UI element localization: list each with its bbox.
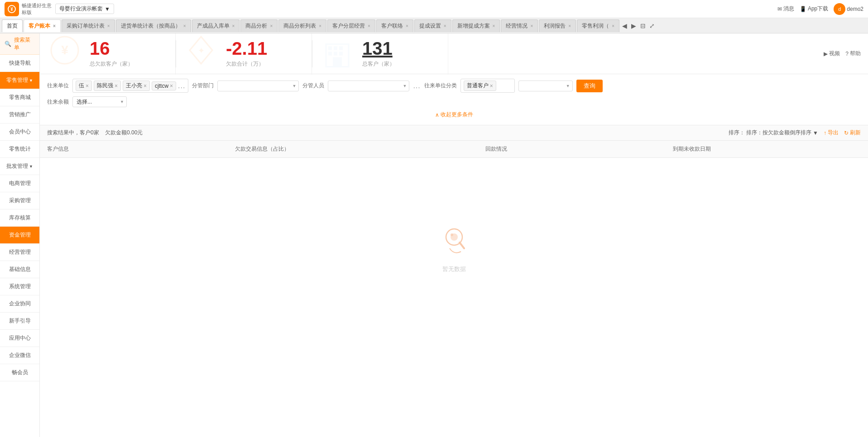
sidebar-item-operations[interactable]: 经营管理 xyxy=(0,244,39,261)
sidebar-item-purchase[interactable]: 采购管理 xyxy=(0,192,39,209)
balance-select[interactable]: 选择... xyxy=(72,96,127,107)
tab-product-analysis-close[interactable]: × xyxy=(270,24,273,28)
sidebar-item-retail-stats[interactable]: 零售统计 xyxy=(0,141,39,158)
sidebar-item-batch[interactable]: 批发管理 ▼ xyxy=(0,158,39,175)
sidebar-item-member2[interactable]: 畅会员 xyxy=(0,364,39,381)
sidebar-item-enterprise-coop[interactable]: 企业协同 xyxy=(0,295,39,313)
sidebar-item-new-guide[interactable]: 新手引导 xyxy=(0,313,39,330)
tab-inbound-stats-close[interactable]: × xyxy=(183,24,186,28)
tab-product-analysis-list-close[interactable]: × xyxy=(319,24,321,28)
tab-operations[interactable]: 经营情况 × xyxy=(501,19,538,32)
sidebar-item-marketing[interactable]: 营销推广 xyxy=(0,106,39,124)
svg-rect-10 xyxy=(328,52,332,55)
sidebar-item-retail[interactable]: 零售管理 ▼ xyxy=(0,72,39,89)
refresh-btn[interactable]: ↻ 刷新 xyxy=(844,129,861,137)
tab-inbound-stats[interactable]: 进货单统计表（按商品） × xyxy=(116,19,191,32)
unit-tag-area[interactable]: 伍 × 陈民强 × 王小亮 × cjttcw × ... xyxy=(72,79,188,93)
tab-production-inbound[interactable]: 产成品入库单 × xyxy=(192,19,240,32)
query-button[interactable]: 查询 xyxy=(576,80,603,92)
tab-production-inbound-label: 产成品入库单 xyxy=(197,22,230,30)
sidebar-item-quick-nav[interactable]: 快捷导航 xyxy=(0,55,39,72)
tab-customer-account[interactable]: 客户账本 × xyxy=(24,19,61,32)
sidebar-item-app-center[interactable]: 应用中心 xyxy=(0,330,39,347)
balance-select-wrap[interactable]: 选择... xyxy=(72,96,127,107)
table-area: 客户信息 欠款交易信息（占比） 回款情况 到期未收款日期 暂无数据 xyxy=(40,141,868,437)
tab-promotion-settings-close[interactable]: × xyxy=(444,24,446,28)
export-icon: ↑ xyxy=(824,130,826,136)
empty-area: 暂无数据 xyxy=(40,158,868,339)
svg-text:¥: ¥ xyxy=(10,7,13,12)
unit-tag-wu[interactable]: 伍 × xyxy=(76,81,92,91)
sidebar-search[interactable]: 🔍 搜索菜单 xyxy=(0,33,39,55)
tab-nav-next[interactable]: ▶ xyxy=(629,19,638,32)
tab-retail-profit-close[interactable]: × xyxy=(612,24,614,28)
stat-total-debt-amount: ✦ -2.11 欠款合计（万） xyxy=(176,33,312,75)
tab-promotion-settings[interactable]: 提成设置 × xyxy=(414,19,451,32)
col-debt-info: 欠款交易信息（占比） xyxy=(235,145,485,153)
filter-row-2: 往来余额 选择... xyxy=(47,96,861,107)
yen-circle-icon: ¥ xyxy=(49,34,81,66)
tab-product-analysis-list[interactable]: 商品分析列表 × xyxy=(278,19,326,32)
tab-customer-segment[interactable]: 客户分层经营 × xyxy=(327,19,375,32)
account-dropdown[interactable]: 母婴行业演示帐套 ▼ xyxy=(55,4,114,14)
dept-select-wrap[interactable] xyxy=(217,81,299,91)
sidebar-item-basic-info[interactable]: 基础信息 xyxy=(0,261,39,278)
tab-customer-contact[interactable]: 客户联络 × xyxy=(376,19,413,32)
tab-promotion-settings-label: 提成设置 xyxy=(419,22,441,30)
empty-text: 暂无数据 xyxy=(442,265,466,273)
unit-tag-wang-close[interactable]: × xyxy=(144,83,147,89)
tab-new-promotion-close[interactable]: × xyxy=(493,24,495,28)
export-btn[interactable]: ↑ 导出 xyxy=(824,129,839,137)
sidebar-item-inventory[interactable]: 库存核算 xyxy=(0,209,39,227)
tab-fullscreen[interactable]: ⤢ xyxy=(647,19,657,32)
unit-class-tag-normal[interactable]: 普通客户 × xyxy=(464,81,496,91)
sidebar-item-retail-mall[interactable]: 零售商城 xyxy=(0,89,39,106)
unit-tag-cjttcw[interactable]: cjttcw × xyxy=(152,81,176,90)
unit-tag-wang[interactable]: 王小亮 × xyxy=(123,81,150,91)
tab-profit-report-close[interactable]: × xyxy=(568,24,571,28)
tab-customer-account-close[interactable]: × xyxy=(53,24,56,28)
app-download-btn[interactable]: 📱 App下载 xyxy=(800,5,828,13)
tab-purchase-order-close[interactable]: × xyxy=(107,24,110,28)
tab-profit-report[interactable]: 利润报告 × xyxy=(539,19,576,32)
tab-nav-prev[interactable]: ◀ xyxy=(620,19,629,32)
tab-new-promotion[interactable]: 新增提成方案 × xyxy=(452,19,500,32)
collapse-btn[interactable]: ∧ 收起更多条件 xyxy=(435,111,473,119)
stat-total-debt-customers: ¥ 16 总欠款客户（家） xyxy=(40,33,176,75)
tab-operations-close[interactable]: × xyxy=(530,24,533,28)
unit-tag-chen-close[interactable]: × xyxy=(115,83,118,89)
sidebar-item-enterprise-wx[interactable]: 企业微信 xyxy=(0,347,39,364)
message-btn[interactable]: ✉ 消息 xyxy=(777,5,794,13)
user-area[interactable]: d demo2 xyxy=(834,3,863,15)
refresh-icon: ↻ xyxy=(844,130,849,136)
tab-retail-profit[interactable]: 零售利润（ × xyxy=(577,19,619,32)
sidebar-item-member[interactable]: 会员中心 xyxy=(0,124,39,141)
tab-nav-menu[interactable]: ⊟ xyxy=(638,19,647,32)
person-more-btn[interactable]: ... xyxy=(413,82,420,90)
help-btn[interactable]: ? 帮助 xyxy=(845,50,861,57)
tab-production-inbound-close[interactable]: × xyxy=(232,24,235,28)
unit-tag-chen[interactable]: 陈民强 × xyxy=(94,81,121,91)
dept-input[interactable] xyxy=(217,81,299,91)
unit-class-tag-area[interactable]: 普通客户 × xyxy=(460,79,515,93)
video-btn[interactable]: ▶ 视频 xyxy=(824,50,840,57)
person-input[interactable] xyxy=(328,81,409,91)
sidebar-item-ecommerce[interactable]: 电商管理 xyxy=(0,175,39,192)
sidebar-item-system[interactable]: 系统管理 xyxy=(0,278,39,295)
results-info: 搜索结果中，客户0家 欠款金额0.00元 xyxy=(47,129,143,137)
sort-select[interactable]: 排序： 排序：按欠款金额倒序排序 ▼ xyxy=(729,129,818,137)
tab-product-analysis[interactable]: 商品分析 × xyxy=(240,19,278,32)
tab-purchase-order[interactable]: 采购订单统计表 × xyxy=(62,19,115,32)
unit-tag-cjttcw-close[interactable]: × xyxy=(170,83,173,89)
person-select-wrap[interactable] xyxy=(328,81,409,91)
unit-class-dropdown[interactable] xyxy=(518,81,573,91)
unit-tag-wu-close[interactable]: × xyxy=(86,83,89,89)
tab-customer-contact-close[interactable]: × xyxy=(406,24,408,28)
tab-customer-segment-close[interactable]: × xyxy=(368,24,370,28)
sidebar-item-finance[interactable]: 资金管理 xyxy=(0,227,39,244)
unit-class-select[interactable] xyxy=(518,81,573,91)
tab-home[interactable]: 首页 xyxy=(2,19,23,32)
stat-label-total-customers: 总客户（家） xyxy=(362,60,395,68)
unit-more-btn[interactable]: ... xyxy=(178,82,185,90)
unit-class-tag-close[interactable]: × xyxy=(490,83,493,89)
